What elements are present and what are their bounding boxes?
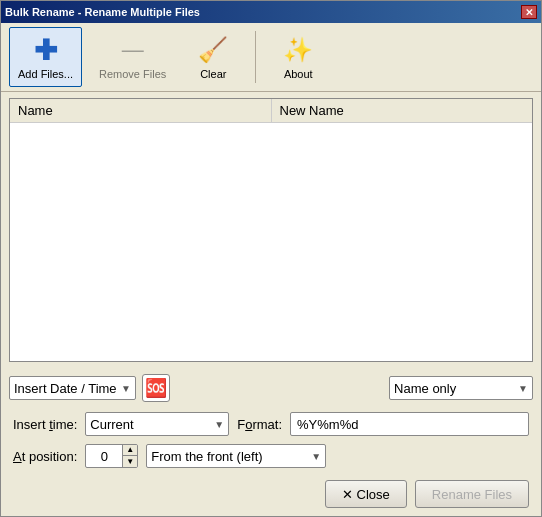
rename-files-button[interactable]: Rename Files	[415, 480, 529, 508]
add-files-label: Add Files...	[18, 68, 73, 80]
toolbar: ✚ Add Files... — Remove Files 🧹 Clear ✨ …	[1, 23, 541, 92]
at-position-a-char: A	[13, 449, 22, 464]
remove-files-label: Remove Files	[99, 68, 166, 80]
insert-time-select-container[interactable]: Current File created File modified ▼	[85, 412, 229, 436]
clear-label: Clear	[200, 68, 226, 80]
spinner-down-button[interactable]: ▼	[123, 456, 137, 467]
add-files-icon: ✚	[30, 34, 62, 66]
position-from-select[interactable]: From the front (left) From the back (rig…	[151, 449, 311, 464]
name-only-dropdown[interactable]: Name only Extension only Name and extens…	[389, 376, 533, 400]
about-icon: ✨	[282, 34, 314, 66]
at-position-label: At position:	[13, 449, 77, 464]
file-table-container: Name New Name	[9, 98, 533, 362]
format-label: Format:	[237, 417, 282, 432]
insert-time-label: Insert time:	[13, 417, 77, 432]
insert-time-select-arrow: ▼	[214, 419, 224, 430]
remove-files-button[interactable]: — Remove Files	[90, 27, 175, 87]
close-x-icon: ✕	[342, 487, 353, 502]
insert-datetime-dropdown[interactable]: Insert Date / Time ▼	[9, 376, 136, 400]
table-body	[10, 123, 532, 361]
window-title: Bulk Rename - Rename Multiple Files	[5, 6, 200, 18]
insert-datetime-select[interactable]: Insert Date / Time	[14, 381, 117, 396]
spinner-arrows: ▲ ▼	[122, 445, 137, 467]
col-new-name: New Name	[272, 99, 533, 122]
spinner-up-button[interactable]: ▲	[123, 445, 137, 456]
about-label: About	[284, 68, 313, 80]
position-spinner[interactable]: ▲ ▼	[85, 444, 138, 468]
window-close-button[interactable]: ✕	[521, 5, 537, 19]
insert-time-select[interactable]: Current File created File modified	[90, 417, 210, 432]
close-label: Close	[357, 487, 390, 502]
close-button[interactable]: ✕ Close	[325, 480, 407, 508]
insert-time-row: Insert time: Current File created File m…	[1, 408, 541, 440]
clear-icon: 🧹	[197, 34, 229, 66]
position-row: At position: ▲ ▼ From the front (left) F…	[1, 440, 541, 472]
footer-row: ✕ Close Rename Files	[1, 472, 541, 516]
name-only-arrow: ▼	[518, 383, 528, 394]
insert-time-underline-char: t	[49, 417, 53, 432]
about-button[interactable]: ✨ About	[268, 27, 328, 87]
help-button[interactable]: 🆘	[142, 374, 170, 402]
format-underline-char: o	[245, 417, 252, 432]
position-value-input[interactable]	[86, 449, 122, 464]
main-window: Bulk Rename - Rename Multiple Files ✕ ✚ …	[0, 0, 542, 517]
remove-files-icon: —	[117, 34, 149, 66]
add-files-button[interactable]: ✚ Add Files...	[9, 27, 82, 87]
col-name: Name	[10, 99, 272, 122]
title-bar: Bulk Rename - Rename Multiple Files ✕	[1, 1, 541, 23]
rename-files-label: Rename Files	[432, 487, 512, 502]
position-from-arrow: ▼	[311, 451, 321, 462]
table-header: Name New Name	[10, 99, 532, 123]
clear-button[interactable]: 🧹 Clear	[183, 27, 243, 87]
toolbar-separator	[255, 31, 256, 83]
controls-row: Insert Date / Time ▼ 🆘 Name only Extensi…	[1, 368, 541, 408]
help-icon: 🆘	[145, 377, 167, 399]
insert-datetime-arrow: ▼	[121, 383, 131, 394]
name-only-select[interactable]: Name only Extension only Name and extens…	[394, 381, 514, 396]
format-input[interactable]	[290, 412, 529, 436]
position-from-container[interactable]: From the front (left) From the back (rig…	[146, 444, 326, 468]
